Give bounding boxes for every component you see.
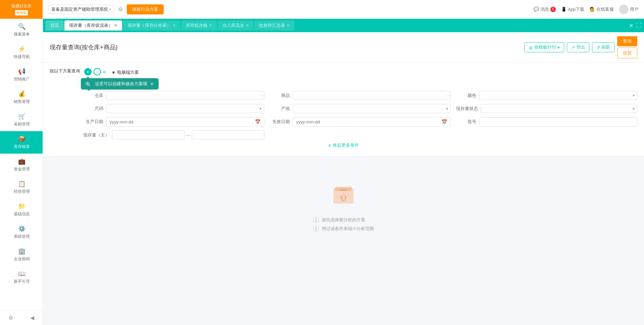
- operation-icon: 📋: [18, 180, 25, 187]
- notifications-btn[interactable]: 💬 消息 6: [534, 6, 556, 12]
- stock-status-select[interactable]: [481, 104, 637, 113]
- production-date-calendar-icon[interactable]: 📅: [255, 119, 261, 124]
- online-service-btn[interactable]: 💁 在线客服: [590, 6, 614, 12]
- batch-no-input[interactable]: [479, 117, 637, 126]
- empty-state: 1 请先选择要分析的方案 2 用过滤条件来缩小分析范围: [43, 157, 644, 252]
- sidebar-item-operation[interactable]: 📋 经营管理: [0, 176, 43, 199]
- tab-fullscreen-icon[interactable]: ⛶: [636, 22, 641, 29]
- tab-inventory-status[interactable]: 现存量（库存状况表） ✕: [64, 20, 122, 31]
- origin-select[interactable]: [292, 104, 451, 113]
- refresh-icon: ↺: [596, 45, 600, 50]
- size-select[interactable]: [106, 104, 264, 113]
- tab-inventory-dist-label: 现存量（库存分布表）: [127, 22, 171, 29]
- production-date-input[interactable]: [110, 119, 253, 124]
- warehouse-dots-btn[interactable]: ···: [260, 93, 264, 99]
- tab-inventory-status-close[interactable]: ✕: [114, 23, 117, 28]
- filter-fields-row2: 尺码 产地: [50, 104, 637, 113]
- stock-status-field: 现存量状态: [456, 104, 637, 113]
- warehouse-label: 仓库: [83, 93, 103, 99]
- color-select[interactable]: [479, 91, 637, 100]
- purchase-icon: 🛒: [18, 113, 25, 120]
- pc-scheme-group[interactable]: ▼ 电脑端方案: [111, 68, 139, 77]
- system-icon: ⚙️: [18, 225, 25, 232]
- user-profile-btn[interactable]: 用户: [619, 5, 639, 14]
- sidebar-label-inventory: 库存核算: [14, 144, 30, 150]
- basic-info-icon: 📁: [18, 203, 25, 210]
- app-download-label: App下载: [568, 6, 584, 12]
- tab-inout-flow-close[interactable]: ✕: [246, 23, 249, 28]
- warehouse-input[interactable]: [106, 91, 258, 100]
- stock-qty-min[interactable]: [112, 130, 185, 140]
- edit-scheme-container: ○ 这里可以创建和修改方案哦 ✕: [94, 68, 101, 75]
- main-area: 装备及固定资产辅助管理系统 ▾ ⚙ 体验行业方案 💬 消息 6 📱 App下载 …: [43, 0, 644, 325]
- template-print-btn[interactable]: 🖨 按模板打印 ▾: [524, 42, 564, 52]
- tab-inout-flow[interactable]: 出入库流水 ✕: [218, 20, 254, 31]
- edit-tooltip-close[interactable]: ✕: [150, 81, 154, 87]
- tab-home[interactable]: 首页: [46, 20, 64, 31]
- sidebar-item-purchase[interactable]: 🛒 采购管理: [0, 109, 43, 131]
- goods-input[interactable]: [293, 91, 445, 100]
- refresh-btn[interactable]: ↺ 刷新: [592, 42, 614, 52]
- goods-field: 商品 ···: [270, 91, 451, 100]
- warehouse-field: 仓库 ···: [83, 91, 264, 100]
- app-download-btn[interactable]: 📱 App下载: [561, 6, 584, 12]
- size-label: 尺码: [83, 106, 103, 112]
- sidebar-collapse-btn[interactable]: ◀: [30, 315, 34, 321]
- online-service-icon: 💁: [590, 7, 595, 12]
- expiry-date-input[interactable]: [296, 119, 439, 124]
- expiry-date-calendar-icon[interactable]: 📅: [441, 119, 447, 124]
- stock-qty-separator: —: [186, 132, 191, 138]
- tab-inventory-dist[interactable]: 现存量（库存分布表） ✕: [123, 20, 180, 31]
- tip-text-1: 请先选择要分析的方案: [322, 217, 365, 223]
- system-selector[interactable]: 装备及固定资产辅助管理系统 ▾: [48, 5, 114, 14]
- sidebar-item-inventory[interactable]: 📦 库存核算: [0, 131, 43, 154]
- sidebar-item-system[interactable]: ⚙️ 系统管理: [0, 221, 43, 243]
- sales-icon: 💰: [18, 90, 25, 98]
- sidebar-item-quick-nav[interactable]: ⚡ 快捷导航: [0, 41, 43, 64]
- notifications-label: 消息: [540, 6, 549, 12]
- tab-receive-summary[interactable]: 收发存汇总表 ✕: [254, 20, 294, 31]
- collapse-scheme-btn[interactable]: «: [103, 69, 106, 75]
- page-header: 现存量查询(按仓库+商品) 🖨 按模板打印 ▾ ↗ 导出 ↺ 刷新 查询 设置: [43, 32, 644, 63]
- sidebar-label-sales: 销售管理: [14, 99, 30, 105]
- tab-inventory-batch-close[interactable]: ✕: [209, 23, 212, 28]
- sidebar-settings-btn[interactable]: ⚙: [8, 315, 13, 321]
- sidebar-item-finance[interactable]: 💼 资金管理: [0, 154, 43, 176]
- tab-inventory-batch[interactable]: 库存批次账 ✕: [181, 20, 217, 31]
- goods-dots-btn[interactable]: ···: [446, 93, 450, 99]
- origin-label: 产地: [270, 106, 290, 112]
- tab-close-all-icon[interactable]: ✕: [629, 22, 633, 29]
- sidebar-item-basic-info[interactable]: 📁 基础信息: [0, 199, 43, 221]
- trial-btn[interactable]: 体验行业方案: [127, 4, 164, 14]
- tab-inventory-dist-close[interactable]: ✕: [172, 23, 176, 28]
- user-avatar: [619, 5, 629, 14]
- sidebar-item-search-menu[interactable]: 🔍 搜索菜单: [0, 19, 43, 41]
- stock-qty-max[interactable]: [192, 130, 265, 140]
- sidebar-label-finance: 资金管理: [14, 166, 30, 172]
- sidebar-label-search-menu: 搜索菜单: [14, 32, 30, 37]
- tab-home-label: 首页: [50, 22, 59, 29]
- tip-num-2: 2: [313, 226, 319, 232]
- tabs-bar: 首页 现存量（库存状况表） ✕ 现存量（库存分布表） ✕ 库存批次账 ✕ 出入库…: [43, 19, 644, 32]
- refresh-label: 刷新: [601, 44, 610, 50]
- origin-field: 产地: [270, 104, 451, 113]
- sidebar: 畅通好生意 标准版 🔍 搜索菜单 ⚡ 快捷导航 📢 营销推广 💰 销售管理 🛒 …: [0, 0, 43, 325]
- export-btn[interactable]: ↗ 导出: [567, 42, 589, 52]
- sidebar-item-sales[interactable]: 💰 销售管理: [0, 86, 43, 109]
- collapse-btn[interactable]: ∧ 收起更多条件: [50, 140, 637, 151]
- expiry-date-field: 失效日期 📅: [270, 117, 451, 126]
- sidebar-item-marketing[interactable]: 📢 营销推广: [0, 64, 43, 86]
- logo-text: 畅通好生意: [11, 3, 32, 9]
- settings-gear-icon[interactable]: ⚙: [118, 6, 123, 12]
- pc-scheme-arrow: ▼: [111, 70, 116, 75]
- goods-label: 商品: [270, 93, 290, 99]
- search-btn[interactable]: 查询: [617, 36, 637, 46]
- edit-scheme-btn[interactable]: ○: [94, 68, 101, 75]
- expiry-date-label: 失效日期: [270, 119, 290, 125]
- tab-receive-summary-close[interactable]: ✕: [286, 23, 290, 28]
- reset-btn[interactable]: 设置: [617, 48, 637, 58]
- sidebar-item-enterprise[interactable]: 🏢 企业协同: [0, 243, 43, 266]
- system-title: 装备及固定资产辅助管理系统: [51, 6, 108, 12]
- add-scheme-btn[interactable]: +: [84, 68, 92, 75]
- sidebar-item-guide[interactable]: 📖 新手引导: [0, 266, 43, 288]
